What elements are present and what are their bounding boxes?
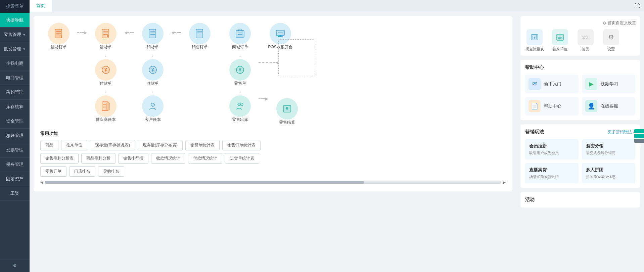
sidebar-item-wholesale[interactable]: 批发管理 ▼ [0, 42, 30, 56]
func-btn-profit2[interactable]: 商品毛利分析 [81, 153, 116, 164]
svg-rect-9 [149, 29, 156, 38]
func-btn-sales-stat[interactable]: 销货单统计表 [185, 140, 220, 150]
quick-nav-card: 进货订单 ▶ [34, 16, 512, 191]
sidebar-item-tax[interactable]: 税务管理 [0, 157, 30, 172]
settings-icon: ⚙ [603, 29, 619, 45]
flow-node-purchase-order[interactable]: 进货订单 [40, 23, 77, 50]
scroll-track[interactable] [45, 181, 501, 184]
sidebar-item-salary[interactable]: 工资 [0, 186, 30, 201]
sidebar-item-finance[interactable]: 资金管理 [0, 114, 30, 129]
flow-node-shop-order[interactable]: 商城订单 [222, 23, 259, 50]
sidebar-item-assets[interactable]: 固定资产 [0, 172, 30, 186]
sidebar-item-inventory[interactable]: 库存核算 [0, 100, 30, 114]
cashflow-icon [526, 29, 543, 45]
func-btn-stock2[interactable]: 现存量(库存分布表) [138, 140, 183, 150]
sidebar-item-ecommerce-small[interactable]: 小畅电商 [0, 56, 30, 71]
sidebar-item-ecommerce[interactable]: 电商管理 [0, 71, 30, 85]
func-btn-guide-rank[interactable]: 导购排名 [98, 166, 124, 177]
sidebar-search[interactable]: 搜索菜单 [0, 0, 30, 13]
marketing-header: 营销玩法 更多营销玩法 > [525, 129, 635, 135]
common-func-title: 常用功能 [40, 131, 506, 137]
activity-card: 活动 [520, 192, 640, 208]
marketing-fission[interactable]: 裂变分销 裂变式发展分销商 [582, 139, 635, 160]
flow-node-receipt[interactable]: ↓ ¥ 收款单 [134, 53, 171, 86]
svg-rect-0 [55, 29, 62, 38]
quick-access-card: ⚙ 首页自定义设置 现金流量表 [520, 16, 640, 56]
tab-bar-right: ⛶ [635, 3, 644, 9]
flow-node-supplier-account[interactable]: ↓ 供应商账本 [87, 89, 124, 123]
float-btn-service[interactable]: 客服热线 [634, 129, 644, 133]
qa-item-settings[interactable]: ⚙ 设置 [601, 29, 621, 52]
func-btn-stock1[interactable]: 现存量(库存状况表) [90, 140, 135, 150]
func-row-1: 商品 往来单位 现存量(库存状况表) 现存量(库存分布表) 销货单统计表 销售订… [40, 140, 506, 150]
help-item-help[interactable]: 📄 帮助中心 [525, 97, 579, 116]
func-btn-ranking[interactable]: 销售排行榜 [118, 153, 148, 164]
flow-node-customer-account[interactable]: ↓ 客户账本 [134, 89, 171, 123]
qa-item-none[interactable]: 暂无 暂无 [576, 29, 596, 52]
flow-node-retail-settle[interactable]: ¥ 零售结算 [269, 89, 306, 125]
tab-home[interactable]: 首页 [30, 0, 52, 12]
quick-access-icons: 现金流量表 往来单位 [524, 29, 636, 52]
tab-bar: 首页 ⛶ [30, 0, 644, 12]
sidebar-item-invoice[interactable]: 发票管理 [0, 143, 30, 157]
help-icon-doc: 📄 [528, 100, 541, 112]
func-btn-purchase-stat[interactable]: 进货单统计表 [225, 153, 259, 164]
scroll-right-btn[interactable]: ▶ [503, 180, 506, 185]
flow-node-retail[interactable]: ↓ ¥ 零售单 [222, 53, 259, 86]
qa-item-cashflow[interactable]: 现金流量表 [524, 29, 545, 52]
right-panel: ⚙ 首页自定义设置 现金流量表 [516, 12, 644, 272]
partner-icon [552, 29, 568, 45]
flow-node-retail-out[interactable]: ↓ 零售出库 [222, 89, 259, 123]
func-btn-sales-order-stat[interactable]: 销售订单统计表 [222, 140, 261, 150]
svg-text:¥: ¥ [104, 67, 107, 73]
sidebar-item-ledger[interactable]: 总账管理 [0, 129, 30, 143]
content-area: 进货订单 ▶ [30, 12, 644, 272]
func-btn-profit1[interactable]: 销售毛利分析表 [40, 153, 79, 164]
svg-rect-19 [276, 30, 284, 36]
chevron-down-icon: ▼ [22, 33, 26, 37]
func-btn-partner[interactable]: 往来单位 [61, 140, 87, 150]
scroll-thumb [45, 181, 364, 184]
flow-node-sales-order[interactable]: 销售订单 [181, 23, 218, 50]
main-area: 首页 ⛶ [30, 0, 644, 272]
help-item-beginner[interactable]: ✉ 新手入门 [525, 75, 579, 93]
sidebar-item-retail[interactable]: 零售管理 ▼ [0, 28, 30, 42]
help-item-service[interactable]: 👤 在线客服 [582, 97, 635, 116]
gear-icon: ⚙ [603, 21, 606, 26]
func-btn-receipt-stat[interactable]: 收款情况统计 [151, 153, 185, 164]
flow-node-purchase[interactable]: 进货单 [87, 23, 124, 50]
help-item-video[interactable]: ▶ 视频学习 [582, 75, 635, 93]
svg-rect-30 [107, 103, 109, 110]
func-btn-goods[interactable]: 商品 [40, 140, 58, 150]
func-btn-payment-stat[interactable]: 付款情况统计 [188, 153, 222, 164]
marketing-live[interactable]: 直播卖货 场景式购物新玩法 [525, 163, 579, 183]
marketing-member[interactable]: 会员拉新 吸引用户成为会员 [525, 139, 579, 160]
qa-item-partner[interactable]: 往来单位 [550, 29, 570, 52]
float-buttons: 客服热线 服务社区 桌面快捷 [634, 129, 644, 143]
svg-point-35 [238, 103, 240, 106]
chevron-down-icon: ▼ [22, 47, 26, 51]
help-grid: ✉ 新手入门 ▶ 视频学习 📄 帮助中心 👤 在线客服 [525, 75, 635, 116]
flow-node-payment[interactable]: ↓ ¥ 付款单 [87, 53, 124, 86]
func-btn-store-rank[interactable]: 门店排名 [69, 166, 95, 177]
func-btn-retail-order[interactable]: 零售开单 [40, 166, 66, 177]
more-marketing-link[interactable]: 更多营销玩法 > [608, 129, 635, 135]
scroll-left-btn[interactable]: ◀ [40, 180, 43, 185]
float-btn-community[interactable]: 服务社区 [634, 134, 644, 138]
marketing-group[interactable]: 多人拼团 拼团购物享受优惠 [582, 163, 635, 183]
scroll-bar: ◀ ▶ [40, 180, 506, 185]
svg-rect-13 [196, 29, 203, 38]
sidebar-item-quicknav[interactable]: 快捷导航 [0, 13, 30, 28]
marketing-grid: 会员拉新 吸引用户成为会员 裂变分销 裂变式发展分销商 直播卖货 场景式购物新玩… [525, 139, 635, 183]
sidebar-settings-icon[interactable]: ⚙ [0, 259, 30, 272]
none-icon: 暂无 [578, 29, 594, 45]
svg-point-36 [240, 103, 243, 106]
sidebar: 搜索菜单 快捷导航 零售管理 ▼ 批发管理 ▼ 小畅电商 电商管理 采购管理 库… [0, 0, 30, 272]
customize-header[interactable]: ⚙ 首页自定义设置 [524, 20, 636, 26]
svg-rect-16 [236, 31, 244, 37]
sidebar-item-purchase[interactable]: 采购管理 [0, 85, 30, 100]
marketing-card: 营销玩法 更多营销玩法 > 会员拉新 吸引用户成为会员 裂变分销 裂变式发展分销… [520, 124, 640, 188]
float-btn-desktop[interactable]: 桌面快捷 [634, 139, 644, 143]
flow-node-sales[interactable]: 销货单 [134, 23, 171, 50]
fullscreen-icon[interactable]: ⛶ [635, 3, 640, 9]
